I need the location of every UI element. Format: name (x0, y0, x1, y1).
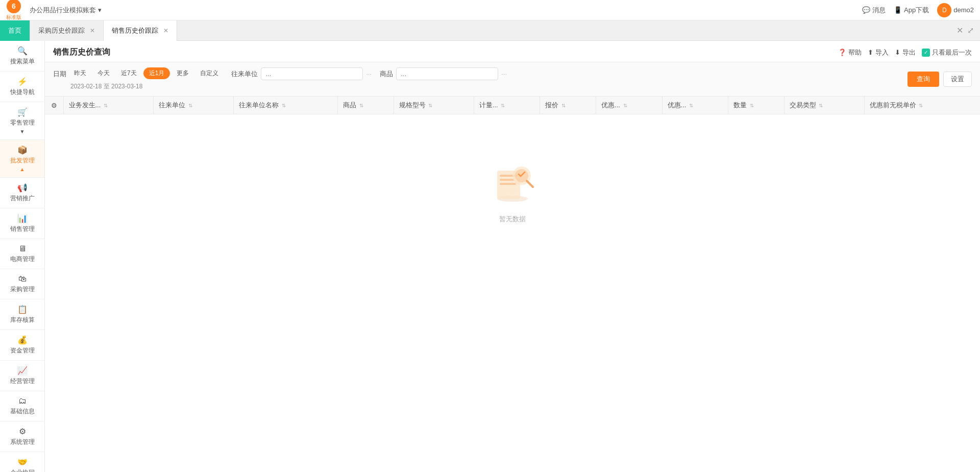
col-price[interactable]: 报价 ⇅ (540, 97, 596, 114)
settings-button[interactable]: 设置 (943, 72, 972, 87)
page-header: 销售历史价查询 ❓ 帮助 ⬆ 导入 ⬇ 导出 ✓ 只看最后一次 (45, 41, 980, 62)
sidebar-item-basic[interactable]: 🗂 基础信息 (0, 391, 44, 421)
app-selector[interactable]: 办公用品行业模拟账套 ▾ (26, 4, 106, 17)
message-button[interactable]: 💬 消息 (862, 6, 886, 15)
help-button[interactable]: ❓ 帮助 (838, 48, 862, 57)
tab-home[interactable]: 首页 (0, 20, 30, 41)
col-biz-date[interactable]: 业务发生... ⇅ (63, 97, 154, 114)
col-partner-code-label: 往来单位 (159, 101, 185, 109)
message-label: 消息 (872, 6, 886, 15)
sort-trade-type-icon: ⇅ (819, 103, 823, 108)
sidebar-item-enterprise[interactable]: 🤝 企业协同 (0, 452, 44, 472)
sidebar-item-purchase-mgmt[interactable]: 🛍 采购管理 (0, 269, 44, 299)
logo-area: 6 标准版 (6, 0, 21, 21)
date-btn-today[interactable]: 今天 (93, 67, 114, 79)
avatar: D (937, 3, 951, 17)
topbar: 6 标准版 办公用品行业模拟账套 ▾ 💬 消息 📱 App下载 D demo2 (0, 0, 980, 20)
col-partner-code[interactable]: 往来单位 ⇅ (154, 97, 234, 114)
date-btn-7days[interactable]: 近7天 (116, 67, 141, 79)
partner-input[interactable] (261, 67, 363, 80)
content-area: 销售历史价查询 ❓ 帮助 ⬆ 导入 ⬇ 导出 ✓ 只看最后一次 (45, 41, 980, 472)
import-button[interactable]: ⬆ 导入 (868, 48, 889, 57)
export-icon: ⬇ (895, 49, 900, 56)
svg-line-7 (527, 181, 533, 187)
help-icon: ❓ (838, 49, 846, 56)
sidebar-label-shortcut: 快捷导航 (10, 88, 35, 97)
col-partner-name[interactable]: 往来单位名称 ⇅ (233, 97, 337, 114)
svg-rect-3 (500, 179, 514, 181)
col-spec-label: 规格型号 (399, 101, 426, 109)
maximize-button[interactable]: ⤢ (967, 26, 974, 35)
partner-input-row: ··· (261, 67, 372, 80)
sort-biz-date-icon: ⇅ (104, 103, 108, 108)
tab-purchase-close[interactable]: ✕ (90, 27, 95, 34)
user-menu[interactable]: D demo2 (937, 3, 974, 17)
sidebar-item-sales-mgmt[interactable]: 📊 销售管理 (0, 208, 44, 239)
col-pretax-price[interactable]: 优惠前无税单价 ⇅ (864, 97, 980, 114)
empty-illustration (487, 155, 538, 206)
close-all-button[interactable]: ✕ (957, 26, 963, 35)
basic-icon: 🗂 (18, 396, 27, 406)
col-pretax-price-label: 优惠前无税单价 (870, 101, 916, 109)
import-label: 导入 (875, 48, 889, 57)
sidebar-label-inventory: 库存核算 (10, 316, 35, 324)
col-spec[interactable]: 规格型号 ⇅ (394, 97, 474, 114)
table-header-row: ⚙ 业务发生... ⇅ 往来单位 ⇅ 往来单位名称 ⇅ (45, 97, 980, 114)
col-partner-name-label: 往来单位名称 (239, 101, 279, 109)
sidebar-label-system: 系统管理 (10, 438, 35, 446)
operations-icon: 📈 (17, 366, 28, 375)
sidebar-item-inventory[interactable]: 📋 库存核算 (0, 299, 44, 330)
col-quantity[interactable]: 数量 ⇅ (728, 97, 785, 114)
date-btn-yesterday[interactable]: 昨天 (69, 67, 91, 79)
system-icon: ⚙ (19, 427, 26, 436)
query-button[interactable]: 查询 (908, 72, 939, 87)
sidebar-label-basic: 基础信息 (10, 407, 35, 416)
user-name-label: demo2 (953, 6, 974, 14)
date-btn-1month[interactable]: 近1月 (143, 67, 170, 79)
sidebar-item-operations[interactable]: 📈 经营管理 (0, 361, 44, 391)
only-last-checkbox[interactable]: ✓ 只看最后一次 (922, 48, 972, 57)
col-price-label: 报价 (545, 101, 558, 109)
sidebar-item-wholesale[interactable]: 📦 批发管理 ▲ (0, 140, 44, 178)
col-product[interactable]: 商品 ⇅ (338, 97, 394, 114)
col-discount2[interactable]: 优惠... ⇅ (662, 97, 728, 114)
product-filter-group: 商品 ··· (380, 67, 507, 80)
finance-icon: 💰 (17, 335, 28, 345)
col-discount1[interactable]: 优惠... ⇅ (596, 97, 662, 114)
app-download-button[interactable]: 📱 App下载 (894, 6, 929, 15)
purchase-mgmt-icon: 🛍 (18, 274, 27, 284)
col-settings[interactable]: ⚙ (45, 97, 63, 114)
date-btn-more[interactable]: 更多 (172, 67, 193, 79)
export-button[interactable]: ⬇ 导出 (895, 48, 916, 57)
ecommerce-icon: 🖥 (18, 244, 27, 253)
sidebar-label-retail: 零售管理 (10, 119, 35, 127)
empty-text: 暂无数据 (499, 215, 526, 224)
sort-quantity-icon: ⇅ (750, 103, 754, 108)
col-trade-type-label: 交易类型 (790, 101, 816, 109)
table-container: ⚙ 业务发生... ⇅ 往来单位 ⇅ 往来单位名称 ⇅ (45, 97, 980, 472)
sidebar-item-retail[interactable]: 🛒 零售管理 ▼ (0, 102, 44, 140)
col-trade-type[interactable]: 交易类型 ⇅ (784, 97, 864, 114)
sort-product-icon: ⇅ (359, 103, 363, 108)
tab-sales-close[interactable]: ✕ (163, 27, 168, 34)
sidebar-item-ecommerce[interactable]: 🖥 电商管理 (0, 239, 44, 269)
sort-price-icon: ⇅ (561, 103, 566, 108)
sidebar-item-finance[interactable]: 💰 资金管理 (0, 330, 44, 361)
date-btn-custom[interactable]: 自定义 (195, 67, 223, 79)
tab-purchase[interactable]: 采购历史价跟踪 ✕ (30, 20, 104, 41)
sidebar-item-system[interactable]: ⚙ 系统管理 (0, 421, 44, 452)
product-picker-icon[interactable]: ··· (501, 70, 507, 78)
sidebar-label-enterprise: 企业协同 (10, 468, 35, 472)
sidebar-item-search[interactable]: 🔍 搜索菜单 (0, 41, 44, 72)
wholesale-icon: 📦 (17, 145, 28, 155)
sidebar-item-shortcut[interactable]: ⚡ 快捷导航 (0, 72, 44, 102)
sidebar-item-marketing[interactable]: 📢 营销推广 (0, 178, 44, 208)
topbar-right: 💬 消息 📱 App下载 D demo2 (862, 3, 974, 17)
product-input[interactable] (396, 67, 498, 80)
data-table: ⚙ 业务发生... ⇅ 往来单位 ⇅ 往来单位名称 ⇅ (45, 97, 980, 114)
col-unit[interactable]: 计量... ⇅ (474, 97, 540, 114)
tab-sales[interactable]: 销售历史价跟踪 ✕ (104, 20, 177, 41)
date-range-display: 2023-02-18 至 2023-03-18 (70, 82, 223, 91)
partner-picker-icon[interactable]: ··· (366, 70, 372, 78)
col-discount2-label: 优惠... (668, 101, 687, 109)
